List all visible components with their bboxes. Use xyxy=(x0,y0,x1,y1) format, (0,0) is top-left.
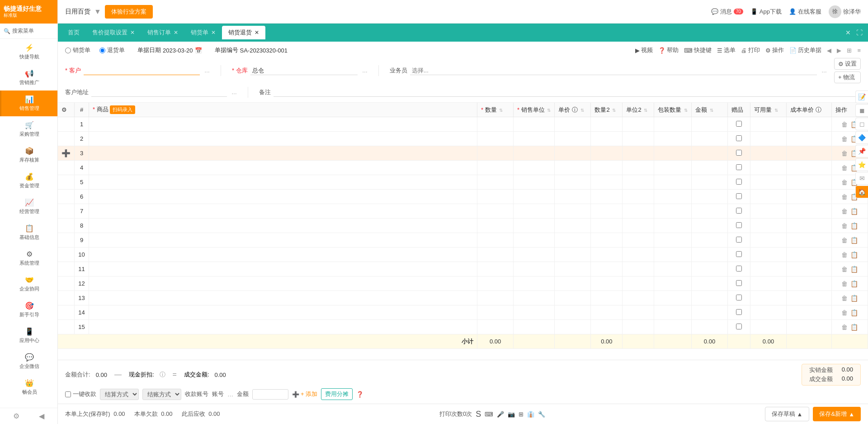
gift-cell[interactable] xyxy=(728,291,750,305)
message-btn[interactable]: 💬 消息 70 xyxy=(711,8,743,16)
pkg-qty-cell[interactable] xyxy=(654,233,692,248)
sidebar-item-operation[interactable]: 📈 经营管理 xyxy=(0,194,57,219)
select-btn[interactable]: ☰ 选单 xyxy=(717,46,736,54)
tab-close-icon[interactable]: ✕ xyxy=(174,29,178,36)
available-cell[interactable] xyxy=(750,146,787,161)
qty-cell[interactable] xyxy=(477,291,514,305)
unit2-cell[interactable] xyxy=(623,117,654,132)
th-setting[interactable]: ⚙ xyxy=(58,103,75,117)
sale-unit-cell[interactable] xyxy=(514,161,555,175)
price-cell[interactable] xyxy=(555,248,591,262)
goods-cell[interactable] xyxy=(89,248,477,262)
delete-row-icon[interactable]: 🗑 xyxy=(841,121,848,128)
gift-checkbox[interactable] xyxy=(736,266,742,272)
goods-cell[interactable] xyxy=(89,219,477,233)
sidebar-item-search[interactable]: 🔍 搜索菜单 xyxy=(0,24,57,39)
price-cell[interactable] xyxy=(555,204,591,219)
price-cell[interactable] xyxy=(555,320,591,334)
address-ellipsis[interactable]: … xyxy=(231,89,237,95)
help-btn[interactable]: ❓ 帮助 xyxy=(658,46,679,54)
gift-cell[interactable] xyxy=(728,190,750,204)
sale-unit-cell[interactable] xyxy=(514,291,555,305)
warehouse-input[interactable] xyxy=(250,66,358,75)
sidebar-item-purchase[interactable]: 🛒 采购管理 xyxy=(0,116,57,142)
price-cell[interactable] xyxy=(555,219,591,233)
delete-row-icon[interactable]: 🗑 xyxy=(841,135,848,143)
sale-unit-cell[interactable] xyxy=(514,262,555,276)
mic-icon[interactable]: 🎤 xyxy=(497,411,504,418)
right-panel-btn-5[interactable]: 📌 xyxy=(855,145,868,157)
amount-cell[interactable] xyxy=(692,248,728,262)
setup-btn[interactable]: ⚙ 设置 xyxy=(834,58,861,70)
delete-row-icon[interactable]: 🗑 xyxy=(841,309,848,316)
delete-row-icon[interactable]: 🗑 xyxy=(841,179,848,186)
unit2-cell[interactable] xyxy=(623,161,654,175)
calendar-icon[interactable]: 📅 xyxy=(195,47,202,54)
history-btn[interactable]: 📄 历史单据 xyxy=(789,46,821,54)
gift-checkbox[interactable] xyxy=(736,309,742,315)
sale-unit-cell[interactable] xyxy=(514,233,555,248)
amount-input[interactable] xyxy=(252,389,288,400)
gift-cell[interactable] xyxy=(728,161,750,175)
cost-price-cell[interactable] xyxy=(787,204,832,219)
gift-cell[interactable] xyxy=(728,248,750,262)
right-panel-btn-7[interactable]: ✉ xyxy=(855,172,868,185)
qty2-cell[interactable] xyxy=(591,262,623,276)
right-panel-btn-2[interactable]: ◼ xyxy=(855,104,868,117)
qty2-cell[interactable] xyxy=(591,305,623,320)
qty2-cell[interactable] xyxy=(591,219,623,233)
qty-cell[interactable] xyxy=(477,233,514,248)
gift-cell[interactable] xyxy=(728,320,750,334)
goods-cell[interactable] xyxy=(89,190,477,204)
qty2-cell[interactable] xyxy=(591,291,623,305)
qty-cell[interactable] xyxy=(477,190,514,204)
delete-row-icon[interactable]: 🗑 xyxy=(841,150,848,157)
copy-row-icon[interactable]: 📋 xyxy=(850,251,858,258)
collapse-btn[interactable]: ◀ xyxy=(39,412,44,420)
right-panel-btn-1[interactable]: 📝 xyxy=(855,91,868,103)
tab-sale-return[interactable]: 销货退货 ✕ xyxy=(222,26,265,39)
right-panel-btn-6[interactable]: ⭐ xyxy=(855,158,868,171)
tab-sale-goods[interactable]: 销货单 ✕ xyxy=(184,26,222,39)
qty2-cell[interactable] xyxy=(591,204,623,219)
gift-checkbox[interactable] xyxy=(736,208,742,214)
gift-cell[interactable] xyxy=(728,305,750,320)
pkg-qty-cell[interactable] xyxy=(654,320,692,334)
copy-row-icon[interactable]: 📋 xyxy=(850,309,858,316)
sale-unit-cell[interactable] xyxy=(514,305,555,320)
price-cell[interactable] xyxy=(555,190,591,204)
tab-home[interactable]: 首页 xyxy=(61,26,86,39)
operate-btn[interactable]: ⚙ 操作 xyxy=(765,46,784,54)
amount-cell[interactable] xyxy=(692,175,728,190)
note-input[interactable] xyxy=(274,88,861,97)
amount-cell[interactable] xyxy=(692,146,728,161)
onepay-checkbox[interactable]: 一键收款 xyxy=(65,390,96,398)
available-cell[interactable] xyxy=(750,132,787,146)
radio-sale[interactable]: 销货单 xyxy=(65,46,90,54)
sale-unit-cell[interactable] xyxy=(514,190,555,204)
pkg-qty-cell[interactable] xyxy=(654,305,692,320)
sale-unit-cell[interactable] xyxy=(514,320,555,334)
tab-sale-price[interactable]: 售价提取设置 ✕ xyxy=(86,26,141,39)
warehouse-ellipsis[interactable]: … xyxy=(362,67,368,74)
delete-row-icon[interactable]: 🗑 xyxy=(841,266,848,273)
close-method-select[interactable]: 结账方式 xyxy=(142,389,181,400)
sidebar-item-finance[interactable]: 💰 资金管理 xyxy=(0,168,57,194)
qty-cell[interactable] xyxy=(477,161,514,175)
avail-sort-icon[interactable]: ⇅ xyxy=(774,108,778,113)
shirt-icon[interactable]: 👔 xyxy=(527,411,534,418)
discount-info-icon[interactable]: ⓘ xyxy=(160,371,165,379)
qty-cell[interactable] xyxy=(477,175,514,190)
qty2-cell[interactable] xyxy=(591,320,623,334)
goods-cell[interactable] xyxy=(89,161,477,175)
delete-row-icon[interactable]: 🗑 xyxy=(841,251,848,258)
available-cell[interactable] xyxy=(750,233,787,248)
pkg-qty-cell[interactable] xyxy=(654,248,692,262)
pkg-qty-cell[interactable] xyxy=(654,175,692,190)
price-cell[interactable] xyxy=(555,146,591,161)
keyboard-icon[interactable]: ⌨ xyxy=(485,411,493,418)
available-cell[interactable] xyxy=(750,117,787,132)
qty2-cell[interactable] xyxy=(591,146,623,161)
onepay-input[interactable] xyxy=(65,391,71,397)
staff-ellipsis[interactable]: … xyxy=(821,67,827,74)
